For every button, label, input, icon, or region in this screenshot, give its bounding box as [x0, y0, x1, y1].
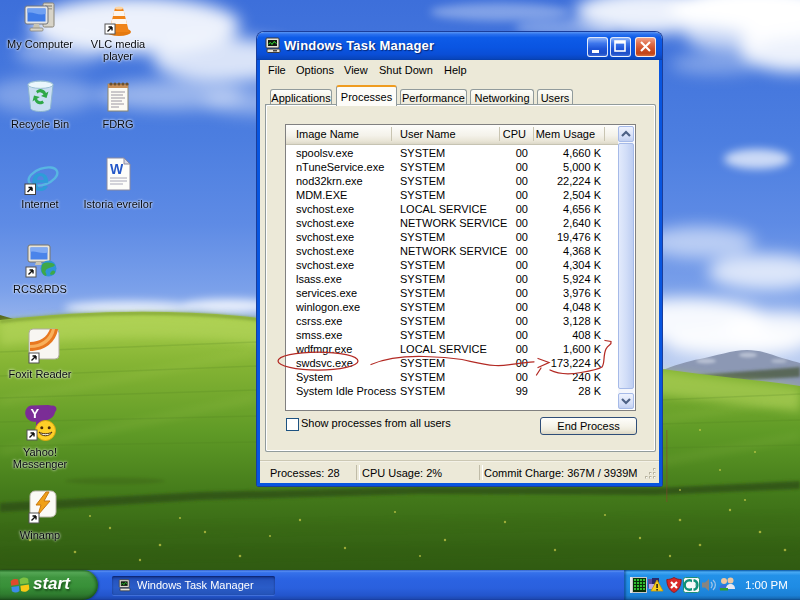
- svg-text:W: W: [110, 161, 124, 177]
- svg-text:Y: Y: [31, 406, 40, 421]
